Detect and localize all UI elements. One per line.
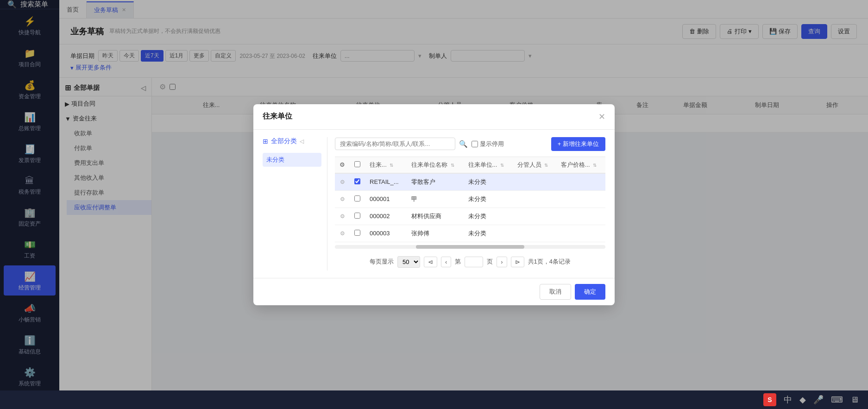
row-code: 000002 <box>365 208 407 225</box>
modal-pagination: 每页显示 50 ⊲ ‹ 第 1 页 › ⊳ 共1页，4条记录 <box>335 252 605 271</box>
page-label: 第 <box>455 258 461 266</box>
show-disabled-label: 显示停用 <box>472 140 504 148</box>
row-manager <box>513 208 556 225</box>
row-manager <box>513 225 556 242</box>
modal-table-header: ⚙ 往来... ⇅ 往来单位名称 ⇅ 往来单位... <box>335 157 605 173</box>
row-manager <box>513 190 556 208</box>
first-page-btn[interactable]: ⊲ <box>424 257 437 267</box>
sys-bar: S 中 ◆ 🎤 ⌨ 🖥 <box>0 390 868 409</box>
modal-scrollbar-thumb[interactable] <box>416 245 524 249</box>
modal-toolbar: 🔍 显示停用 + 新增往来单位 <box>335 137 605 151</box>
cancel-button[interactable]: 取消 <box>540 284 571 300</box>
row-code: RETAIL_... <box>365 173 407 191</box>
row-category: 未分类 <box>464 225 513 242</box>
row-price <box>556 173 605 191</box>
row-settings: ⚙ <box>335 225 350 242</box>
modal-collapse-arrow[interactable]: ◁ <box>300 138 304 145</box>
modal-title: 往来单位 <box>263 112 292 121</box>
sys-logo: S <box>763 393 776 406</box>
row-price <box>556 190 605 208</box>
per-page-select[interactable]: 50 <box>397 256 420 268</box>
row-code: 000003 <box>365 225 407 242</box>
row-checkbox[interactable] <box>350 208 365 225</box>
modal-dialog: 往来单位 ✕ ⊞ 全部分类 ◁ 未分类 <box>253 104 615 305</box>
show-disabled-checkbox[interactable] <box>472 141 478 147</box>
row-name: 零散客户 <box>407 173 464 191</box>
row-settings: ⚙ <box>335 173 350 191</box>
last-page-btn[interactable]: ⊳ <box>511 257 524 267</box>
per-page-label: 每页显示 <box>370 258 394 266</box>
sys-mic-icon[interactable]: 🎤 <box>813 395 824 405</box>
row-settings: ⚙ <box>335 190 350 208</box>
modal-table-row[interactable]: ⚙ 000002 材料供应商 未分类 <box>335 208 605 225</box>
modal-right-panel: 🔍 显示停用 + 新增往来单位 ⚙ <box>327 137 605 271</box>
row-price <box>556 225 605 242</box>
modal-scrollbar[interactable] <box>335 245 605 249</box>
row-checkbox[interactable] <box>350 190 365 208</box>
row-name: 材料供应商 <box>407 208 464 225</box>
row-settings: ⚙ <box>335 208 350 225</box>
grid-icon-modal: ⊞ <box>263 138 268 145</box>
row-code: 000001 <box>365 190 407 208</box>
next-page-btn[interactable]: › <box>497 257 507 267</box>
modal-search-input[interactable] <box>335 138 455 150</box>
modal-col-category: 往来单位... ⇅ <box>464 157 513 173</box>
modal-col-code: 往来... ⇅ <box>365 157 407 173</box>
sort-price-icon: ⇅ <box>593 163 597 168</box>
page-input[interactable]: 1 <box>465 257 483 267</box>
row-category: 未分类 <box>464 208 513 225</box>
add-partner-button[interactable]: + 新增往来单位 <box>551 137 605 151</box>
modal-select-all[interactable] <box>354 161 360 167</box>
total-records: 共1页，4条记录 <box>528 258 571 266</box>
sys-keyboard-icon[interactable]: ⌨ <box>831 395 843 405</box>
modal-col-price: 客户价格... ⇅ <box>556 157 605 173</box>
row-price <box>556 208 605 225</box>
modal-table-row[interactable]: ⚙ 000003 张帅傅 未分类 <box>335 225 605 242</box>
sort-code-icon: ⇅ <box>390 163 393 168</box>
sort-name-icon: ⇅ <box>451 163 454 168</box>
modal-footer: 取消 确定 <box>253 278 615 305</box>
prev-page-btn[interactable]: ‹ <box>441 257 451 267</box>
row-checkbox[interactable] <box>350 173 365 191</box>
row-name: 甲 <box>407 190 464 208</box>
modal-table-row[interactable]: ⚙ RETAIL_... 零散客户 未分类 <box>335 173 605 191</box>
modal-header: 往来单位 ✕ <box>253 104 615 130</box>
modal-close-button[interactable]: ✕ <box>598 112 605 122</box>
row-category: 未分类 <box>464 190 513 208</box>
sys-diamond-icon[interactable]: ◆ <box>799 395 806 405</box>
modal-left-panel: ⊞ 全部分类 ◁ 未分类 <box>263 137 327 271</box>
row-checkbox[interactable] <box>350 225 365 242</box>
modal-category-uncategorized[interactable]: 未分类 <box>263 153 321 167</box>
modal-body: ⊞ 全部分类 ◁ 未分类 🔍 显示停用 <box>253 130 615 278</box>
modal-search: 🔍 显示停用 <box>335 138 504 150</box>
modal-col-settings: ⚙ <box>335 157 350 173</box>
sort-cat-icon: ⇅ <box>500 163 504 168</box>
modal-table: ⚙ 往来... ⇅ 往来单位名称 ⇅ 往来单位... <box>335 157 605 242</box>
modal-category-header: ⊞ 全部分类 ◁ <box>263 137 321 149</box>
sort-mgr-icon: ⇅ <box>544 163 548 168</box>
modal-overlay[interactable]: 往来单位 ✕ ⊞ 全部分类 ◁ 未分类 <box>0 0 868 409</box>
confirm-button[interactable]: 确定 <box>575 284 605 300</box>
modal-search-icon[interactable]: 🔍 <box>459 140 468 148</box>
row-category: 未分类 <box>464 173 513 191</box>
modal-all-category: 全部分类 <box>271 137 297 145</box>
modal-col-check <box>350 157 365 173</box>
modal-table-row[interactable]: ⚙ 000001 甲 未分类 <box>335 190 605 208</box>
sys-monitor-icon[interactable]: 🖥 <box>850 395 859 405</box>
modal-col-name: 往来单位名称 ⇅ <box>407 157 464 173</box>
row-name: 张帅傅 <box>407 225 464 242</box>
page-suffix: 页 <box>487 258 493 266</box>
modal-col-manager: 分管人员 ⇅ <box>513 157 556 173</box>
sys-lang-icon[interactable]: 中 <box>784 394 792 405</box>
row-manager <box>513 173 556 191</box>
settings-col-icon: ⚙ <box>340 161 345 168</box>
